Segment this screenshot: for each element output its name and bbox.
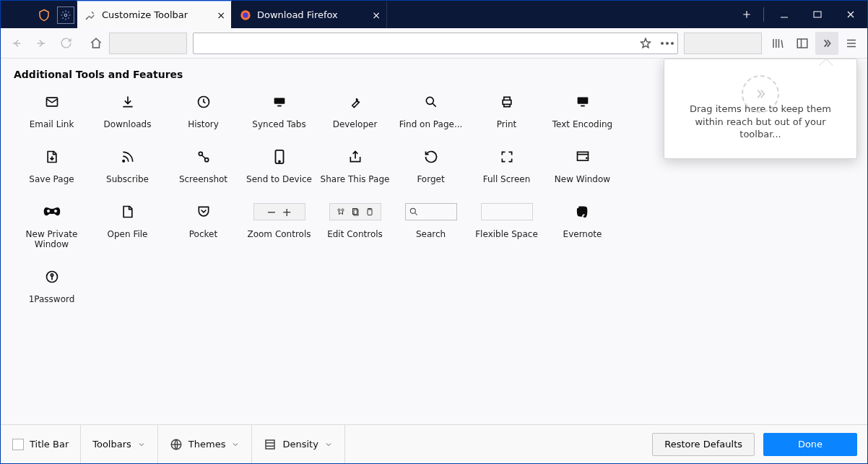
density-icon [264,438,277,451]
tab-download-firefox[interactable]: Download Firefox × [232,1,387,28]
svg-point-25 [342,209,344,211]
svg-point-4 [661,42,664,45]
svg-rect-33 [266,440,274,449]
tool-new-window[interactable]: New Window [544,141,620,184]
forward-button[interactable] [30,32,53,55]
tab-strip: Customize Toolbar × Download Firefox × [1,1,867,28]
tool-email-link[interactable]: Email Link [14,86,90,129]
svg-point-0 [64,14,67,17]
tool-history[interactable]: History [165,86,241,129]
footer-themes[interactable]: Themes [158,425,253,463]
tool-text-encoding[interactable]: Text Encoding [544,86,620,129]
footer-titlebar[interactable]: Title Bar [11,425,81,463]
close-icon[interactable]: × [217,9,225,21]
tool-forget[interactable]: Forget [393,141,469,184]
window-minimize[interactable] [768,4,801,25]
tool-save-page[interactable]: Save Page [14,141,90,184]
tool-new-private-window[interactable]: New Private Window [14,196,90,249]
tool-subscribe[interactable]: Subscribe [90,141,165,184]
overflow-menu-button[interactable] [815,32,838,55]
search-slot-placeholder[interactable] [109,33,187,54]
svg-rect-15 [581,106,585,107]
extension-icon-1[interactable] [35,7,53,24]
footer-toolbars[interactable]: Toolbars [81,425,158,463]
svg-rect-3 [814,12,821,17]
tab-label: Customize Toolbar [102,9,188,20]
window-maximize[interactable] [801,4,834,25]
customize-content: Additional Tools and Features Email Link… [1,59,867,424]
svg-rect-10 [274,98,285,104]
tool-find-on-page[interactable]: Find on Page... [393,86,469,129]
search-slot-placeholder-2[interactable] [684,33,762,54]
tool-send-to-device[interactable]: Send to Device [241,141,317,184]
bookmark-star-icon[interactable] [639,37,652,50]
tool-flexible-space[interactable]: Flexible Space [469,196,544,249]
tool-search[interactable]: Search [393,196,469,249]
svg-point-2 [243,12,248,17]
tool-downloads[interactable]: Downloads [90,86,165,129]
svg-rect-11 [277,106,282,107]
tab-label: Download Firefox [257,9,338,20]
close-icon[interactable]: × [372,9,381,21]
svg-point-12 [426,97,433,104]
tool-open-file[interactable]: Open File [90,196,165,249]
tab-customize-toolbar[interactable]: Customize Toolbar × [77,1,232,28]
page-actions-icon[interactable] [661,42,674,45]
chevron-down-icon [324,440,333,449]
new-tab-button[interactable] [734,4,760,25]
svg-point-29 [410,208,415,213]
restore-defaults-button[interactable]: Restore Defaults [652,433,755,456]
titlebar-checkbox[interactable] [12,439,24,450]
overflow-chevron-icon [742,75,779,113]
svg-point-16 [122,160,124,163]
tool-print[interactable]: Print [469,86,544,129]
svg-point-23 [54,210,57,212]
svg-point-31 [51,274,53,276]
chevron-down-icon [137,440,146,449]
tool-evernote[interactable]: Evernote [544,196,620,249]
tool-full-screen[interactable]: Full Screen [469,141,544,184]
customize-footer: Title Bar Toolbars Themes Density Restor… [1,424,867,463]
back-button[interactable] [5,32,28,55]
svg-point-20 [279,161,280,163]
url-bar[interactable] [193,33,678,54]
chevron-down-icon [231,440,240,449]
footer-density[interactable]: Density [252,425,344,463]
extension-icon-2[interactable] [57,7,74,24]
globe-icon [170,438,183,451]
sidebar-button[interactable] [791,32,814,55]
tool-synced-tabs[interactable]: Synced Tabs [241,86,317,129]
tool-share-this-page[interactable]: Share This Page [317,141,393,184]
svg-point-24 [338,209,340,211]
svg-rect-21 [577,152,588,160]
reload-button[interactable] [54,32,77,55]
tool-pocket[interactable]: Pocket [165,196,241,249]
done-button[interactable]: Done [763,433,857,456]
window-close[interactable] [834,4,867,25]
tool-developer[interactable]: Developer [317,86,393,129]
home-button[interactable] [84,32,108,55]
overflow-drop-panel[interactable]: Drag items here to keep them within reac… [664,59,857,159]
app-menu-button[interactable] [840,32,863,55]
svg-point-22 [47,210,50,212]
tool-screenshot[interactable]: Screenshot [165,141,241,184]
svg-rect-13 [503,100,511,105]
svg-point-5 [666,42,669,45]
tool-1password[interactable]: 1Password [14,261,90,304]
svg-rect-7 [797,39,807,48]
tool-edit-controls[interactable]: Edit Controls [317,196,393,249]
library-button[interactable] [766,32,789,55]
svg-rect-14 [577,98,588,104]
svg-point-6 [671,42,674,45]
navigation-toolbar [1,28,867,59]
tool-zoom-controls[interactable]: −+Zoom Controls [241,196,317,249]
